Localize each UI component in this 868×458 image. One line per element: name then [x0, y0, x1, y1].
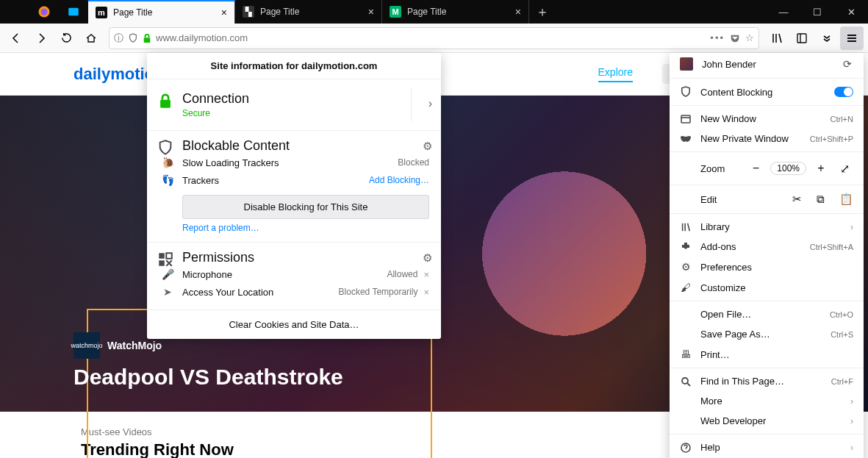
tab-close-icon[interactable]: × — [515, 6, 521, 18]
svg-point-1 — [41, 9, 48, 15]
tab-close-icon[interactable]: × — [368, 6, 374, 18]
hero-title: Deadpool VS Deathstroke — [73, 365, 343, 390]
reload-button[interactable] — [54, 26, 78, 50]
permission-row-label: Access Your Location — [182, 287, 273, 298]
tab-3[interactable]: M Page Title × — [382, 0, 529, 24]
blockable-title: Blockable Content — [182, 138, 429, 154]
clear-permission-icon[interactable]: × — [423, 287, 429, 298]
fullscreen-icon[interactable]: ⤢ — [836, 160, 853, 177]
new-tab-button[interactable]: ＋ — [529, 0, 556, 24]
menu-account[interactable]: John Bender ⟳ — [670, 53, 864, 75]
svg-rect-3 — [144, 37, 151, 43]
zoom-in-button[interactable]: + — [812, 160, 830, 177]
window-close-button[interactable]: ✕ — [834, 0, 868, 24]
window-icon — [680, 114, 692, 124]
report-problem-link[interactable]: Report a problem… — [182, 223, 259, 233]
lock-icon — [157, 93, 173, 109]
puzzle-icon — [680, 242, 692, 252]
site-info-panel: Site information for dailymotion.com Con… — [147, 53, 441, 339]
paintbrush-icon: 🖌 — [680, 282, 692, 293]
menu-addons[interactable]: Add-ons Ctrl+Shift+A — [670, 237, 864, 257]
clear-permission-icon[interactable]: × — [423, 269, 429, 280]
back-button[interactable] — [4, 26, 28, 50]
url-bar[interactable]: ⓘ ••• ☆ — [109, 27, 759, 49]
connection-title: Connection — [182, 91, 429, 107]
menu-content-blocking[interactable]: Content Blocking — [670, 82, 864, 102]
page-actions-icon[interactable]: ••• — [710, 32, 725, 43]
zoom-out-button[interactable]: − — [747, 160, 764, 177]
permission-row-label: Microphone — [182, 269, 232, 280]
cut-icon[interactable]: ✂ — [792, 193, 802, 206]
menu-web-developer[interactable]: Web Developer › — [670, 411, 864, 431]
hamburger-menu-button[interactable] — [840, 26, 864, 50]
svg-rect-6 — [159, 253, 165, 259]
chevron-right-icon[interactable]: › — [428, 97, 432, 110]
footprints-icon: 👣 — [160, 174, 175, 186]
library-icon[interactable] — [765, 26, 789, 50]
paste-icon[interactable]: 📋 — [839, 193, 853, 206]
menu-open-file[interactable]: Open File… Ctrl+O — [670, 304, 864, 324]
clear-cookies-button[interactable]: Clear Cookies and Site Data… — [147, 310, 441, 339]
tab-close-icon[interactable]: × — [221, 7, 227, 18]
svg-rect-9 — [681, 115, 690, 123]
add-blocking-link[interactable]: Add Blocking… — [369, 175, 429, 185]
tracking-shield-icon[interactable] — [128, 33, 138, 43]
bookmark-star-icon[interactable]: ☆ — [745, 32, 754, 43]
tab-2[interactable]: ▚ Page Title × — [235, 0, 382, 24]
gear-icon[interactable]: ⚙ — [423, 251, 432, 265]
location-icon: ➤ — [160, 286, 175, 298]
tab-label: Page Title — [407, 7, 446, 17]
channel-avatar-icon[interactable]: watchmojo — [73, 332, 100, 359]
permissions-icon — [157, 251, 173, 268]
pocket-icon[interactable] — [729, 33, 741, 43]
shield-icon — [157, 140, 173, 156]
app-icon — [59, 0, 88, 24]
menu-find[interactable]: Find in This Page… Ctrl+F — [670, 371, 864, 391]
home-button[interactable] — [79, 26, 103, 50]
svg-rect-7 — [166, 253, 172, 259]
forward-button[interactable] — [29, 26, 53, 50]
menu-new-window[interactable]: New Window Ctrl+N — [670, 109, 864, 129]
avatar-icon — [680, 57, 693, 71]
zoom-value: 100% — [770, 162, 806, 175]
svg-rect-5 — [160, 100, 171, 108]
menu-preferences[interactable]: ⚙ Preferences — [670, 257, 864, 277]
overflow-icon[interactable] — [815, 26, 839, 50]
tab-1[interactable]: m Page Title × — [88, 0, 235, 24]
disable-blocking-button[interactable]: Disable Blocking for This Site — [182, 195, 429, 219]
site-info-header: Site information for dailymotion.com — [147, 53, 441, 79]
menu-help[interactable]: Help › — [670, 437, 864, 457]
site-info-icon[interactable]: ⓘ — [114, 32, 123, 45]
blockable-row-label: Trackers — [182, 175, 219, 186]
blockable-row-label: Slow Loading Trackers — [182, 157, 279, 168]
menu-save-page[interactable]: Save Page As… Ctrl+S — [670, 324, 864, 344]
lock-icon[interactable] — [143, 33, 151, 43]
menu-print[interactable]: 🖶 Print… — [670, 344, 864, 365]
chevron-right-icon: › — [850, 396, 853, 407]
library-icon — [680, 222, 692, 232]
channel-name[interactable]: WatchMojo — [107, 340, 162, 351]
nav-explore[interactable]: Explore — [598, 66, 633, 82]
favicon-icon: ▚ — [243, 6, 254, 18]
help-icon — [680, 443, 692, 453]
window-minimize-button[interactable]: — — [767, 0, 800, 24]
svg-rect-4 — [797, 34, 806, 43]
sidebar-icon[interactable] — [790, 26, 814, 50]
tab-label: Page Title — [113, 7, 152, 18]
menu-more[interactable]: More › — [670, 391, 864, 411]
gear-icon: ⚙ — [680, 261, 692, 273]
favicon-icon: m — [96, 7, 107, 18]
microphone-icon: 🎤 — [160, 268, 175, 280]
gear-icon[interactable]: ⚙ — [423, 140, 432, 153]
menu-new-private-window[interactable]: New Private Window Ctrl+Shift+P — [670, 129, 864, 149]
app-menu: John Bender ⟳ Content Blocking New Windo… — [670, 53, 864, 458]
connection-status: Secure — [182, 108, 429, 118]
sync-icon[interactable]: ⟳ — [842, 58, 853, 70]
url-input[interactable] — [156, 32, 706, 43]
content-blocking-toggle[interactable] — [834, 87, 853, 97]
menu-library[interactable]: Library › — [670, 217, 864, 237]
window-maximize-button[interactable]: ☐ — [800, 0, 834, 24]
copy-icon[interactable]: ⧉ — [817, 193, 825, 206]
permission-row-value: Blocked Temporarily — [339, 287, 418, 297]
menu-customize[interactable]: 🖌 Customize — [670, 277, 864, 298]
